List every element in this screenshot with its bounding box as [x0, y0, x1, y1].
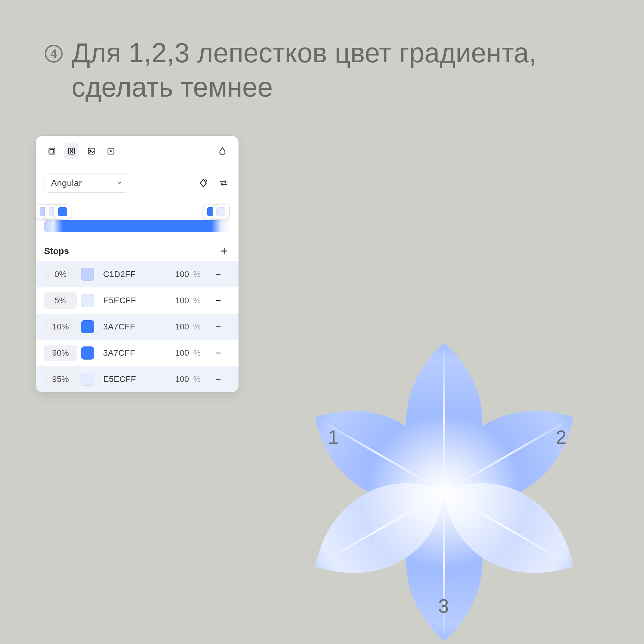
svg-point-6 [72, 152, 73, 153]
fill-video-button[interactable] [103, 143, 119, 159]
remove-stop-button[interactable] [212, 373, 224, 385]
svg-rect-1 [50, 149, 54, 153]
stop-opacity-input[interactable]: 100 [162, 270, 189, 279]
percent-symbol: % [193, 322, 208, 332]
gradient-slider-area [36, 196, 239, 239]
percent-symbol: % [193, 374, 208, 384]
flip-gradient-button[interactable] [217, 177, 230, 190]
svg-point-4 [72, 150, 73, 151]
petal-label-1: 1 [328, 426, 339, 448]
flower-preview: 1 2 3 [292, 337, 596, 641]
stops-label: Stops [44, 246, 69, 256]
stop-opacity-input[interactable]: 100 [162, 296, 189, 305]
percent-symbol: % [193, 270, 208, 279]
gradient-stop-thumb[interactable] [54, 205, 71, 219]
stop-color-swatch[interactable] [81, 320, 94, 333]
stop-color-swatch[interactable] [81, 373, 94, 386]
stop-color-swatch[interactable] [81, 268, 94, 281]
step-number: 4 [50, 47, 57, 61]
gradient-type-row: Angular [36, 167, 239, 196]
add-stop-button[interactable] [218, 245, 230, 257]
fill-gradient-button[interactable] [64, 143, 79, 159]
stop-color-swatch[interactable] [81, 294, 94, 307]
fill-solid-button[interactable] [44, 143, 60, 159]
petal-label-2: 2 [556, 426, 566, 448]
svg-rect-11 [443, 349, 445, 480]
stop-position-input[interactable]: 95% [44, 371, 77, 388]
stop-row: 5%E5ECFF100% [36, 287, 239, 314]
stop-row: 95%E5ECFF100% [36, 366, 239, 392]
blend-mode-button[interactable] [215, 143, 230, 159]
stop-row: 0%C1D2FF100% [36, 261, 239, 287]
stop-row: 90%3A7CFF100% [36, 340, 239, 366]
stops-list: 0%C1D2FF100%5%E5ECFF100%10%3A7CFF100%90%… [36, 261, 239, 392]
remove-stop-button[interactable] [212, 268, 224, 280]
svg-point-3 [70, 150, 71, 151]
svg-point-7 [71, 151, 72, 152]
instruction-heading: Для 1,2,3 лепестков цвет градиента, сдел… [72, 36, 563, 104]
fill-type-toolbar [36, 136, 239, 167]
svg-point-9 [89, 150, 91, 151]
stop-hex-input[interactable]: E5ECFF [103, 296, 158, 305]
stop-row: 10%3A7CFF100% [36, 314, 239, 340]
gradient-track [44, 220, 230, 232]
remove-stop-button[interactable] [212, 321, 224, 333]
percent-symbol: % [193, 348, 208, 358]
remove-stop-button[interactable] [212, 347, 224, 359]
gradient-stop-thumb[interactable] [213, 205, 229, 219]
percent-symbol: % [193, 296, 208, 305]
petal-label-3: 3 [438, 595, 449, 617]
step-number-badge: 4 [45, 45, 63, 63]
stop-color-swatch[interactable] [81, 346, 94, 360]
stop-hex-input[interactable]: 3A7CFF [103, 348, 158, 358]
gradient-slider[interactable] [44, 205, 230, 232]
stop-position-input[interactable]: 10% [44, 318, 77, 335]
chevron-down-icon [116, 178, 123, 188]
stop-hex-input[interactable]: 3A7CFF [103, 322, 158, 332]
remove-stop-button[interactable] [212, 295, 224, 306]
stop-position-input[interactable]: 90% [44, 345, 77, 361]
svg-point-5 [70, 152, 71, 153]
stop-position-input[interactable]: 0% [44, 266, 77, 283]
gradient-panel: Angular Stops 0%C1D2FF100%5%E5ECFF100%10… [36, 136, 239, 392]
stop-opacity-input[interactable]: 100 [162, 374, 189, 384]
rotate-gradient-button[interactable] [197, 177, 210, 190]
stop-hex-input[interactable]: C1D2FF [103, 270, 158, 279]
stop-position-input[interactable]: 5% [44, 292, 77, 309]
stop-opacity-input[interactable]: 100 [162, 322, 189, 332]
gradient-type-label: Angular [51, 178, 82, 188]
fill-image-button[interactable] [83, 143, 99, 159]
gradient-type-select[interactable]: Angular [44, 174, 129, 193]
stop-opacity-input[interactable]: 100 [162, 348, 189, 358]
stop-hex-input[interactable]: E5ECFF [103, 374, 158, 384]
stops-header: Stops [36, 239, 239, 261]
